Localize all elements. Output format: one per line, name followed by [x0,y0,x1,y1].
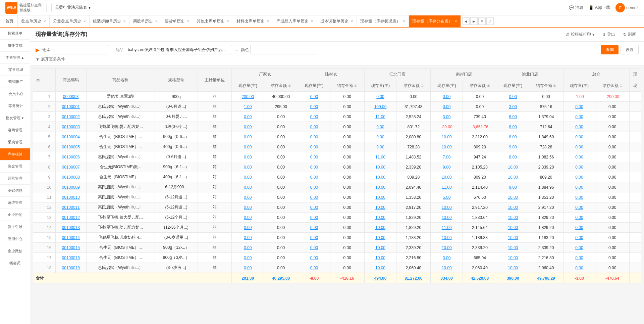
close-icon[interactable]: ✕ [187,19,190,23]
table-cell[interactable]: 00100010 [55,192,86,202]
table-cell[interactable]: 0.00 [232,202,264,213]
table-cell[interactable]: 00100012 [55,213,86,223]
table-cell[interactable]: 10.00 [497,263,529,273]
info-icon[interactable]: ① [620,84,623,88]
sidebar-item-member-plus[interactable]: 畅会员 [0,257,30,269]
table-cell[interactable]: 0.00 [298,162,330,172]
table-cell[interactable]: 10.00 [364,223,396,233]
table-cell[interactable]: 3.00 [431,253,463,263]
table-cell[interactable]: 00100008 [55,172,86,182]
refresh-btn[interactable]: ↻ 刷新 [621,30,639,39]
table-cell[interactable]: 11.00 [431,223,463,233]
table-cell[interactable]: 10.00 [364,243,396,253]
table-cell[interactable]: 0.00 [298,253,330,263]
table-cell[interactable]: 10.00 [364,213,396,223]
tab-7[interactable]: 材料出库单历史 ✕ [233,15,273,27]
table-cell[interactable]: 3.00 [497,102,529,112]
table-cell[interactable]: 10.00 [497,243,529,253]
close-icon[interactable]: ✕ [155,19,158,23]
store-selector[interactable]: 母婴行业演示陈套 ▾ [51,3,94,12]
table-cell[interactable]: 10.00 [364,253,396,263]
tab-9[interactable]: 成本调整单历史 ✕ [317,15,357,27]
table-cell[interactable]: 0.00 [298,142,330,152]
close-icon[interactable]: ✕ [83,19,86,23]
table-cell[interactable]: 0.00 [232,253,264,263]
table-cell[interactable]: 00100018 [55,263,86,273]
table-cell[interactable]: 0.00 [298,172,330,182]
close-icon[interactable]: ✕ [267,19,269,23]
th-settings[interactable]: ⚙ [33,69,43,92]
close-icon[interactable]: ✕ [123,19,126,23]
table-cell[interactable]: 0.00 [232,112,264,122]
table-cell[interactable]: 8.00 [497,122,529,132]
table-cell[interactable]: 0.00 [431,102,463,112]
table-cell[interactable]: 00100011 [55,202,86,213]
sidebar-item-wechat[interactable]: 企业微信 [0,245,30,257]
table-cell[interactable]: 10.00 [364,192,396,202]
sidebar-item-search[interactable]: 搜索菜单 [0,28,30,40]
table-cell[interactable]: 10.00 [431,263,463,273]
table-cell[interactable]: 00100001 [55,102,86,112]
export-btn[interactable]: ⬇ 导出 [600,30,618,39]
table-cell[interactable]: 0.00 [232,213,264,223]
table-cell[interactable]: 0.00 [232,162,264,172]
table-cell[interactable]: 0.00 [232,233,264,243]
nav-next-btn[interactable]: ▶ [470,17,478,25]
table-cell[interactable]: 10.00 [431,213,463,223]
table-cell[interactable]: 0.00 [298,182,330,192]
table-cell[interactable]: 8.00 [497,152,529,162]
tab-10[interactable]: 现存量（库存状况表） ✕ [357,15,409,27]
table-cell[interactable]: 10.00 [364,182,396,192]
info-icon[interactable]: ① [354,84,357,88]
sidebar-item-retail-mall[interactable]: 零售商城 [0,64,30,76]
info-icon[interactable]: ① [288,84,291,88]
table-cell[interactable]: 00100013 [55,223,86,233]
info-icon[interactable]: ① [487,84,490,88]
table-cell[interactable]: 0.00 [232,132,264,142]
table-cell[interactable]: 11.00 [431,182,463,192]
print-btn[interactable]: 🖨 按模板打印 ▾ [563,30,597,39]
table-cell[interactable]: 10.00 [497,192,529,202]
table-cell[interactable]: -39.00 [431,122,463,132]
table-cell[interactable]: 00100002 [55,112,86,122]
sidebar-item-marketing[interactable]: 营销推广 [0,76,30,88]
nav-prev-btn[interactable]: ◀ [462,17,470,25]
table-cell[interactable]: 1.00 [232,102,264,112]
user-profile[interactable]: E demo2 [615,3,639,12]
table-cell[interactable]: 11.00 [364,112,396,122]
sidebar-item-finance[interactable]: 资金管理 [0,160,30,173]
table-cell[interactable]: 0.00 [298,223,330,233]
tab-3[interactable]: 组装拆卸单历史 ✕ [90,15,129,27]
sidebar-item-purchase[interactable]: 采购管理 [0,136,30,148]
sidebar-item-retail[interactable]: 零售管理 ▲ [0,52,30,64]
sidebar-item-guide[interactable]: 新手引导 [0,221,30,233]
close-icon[interactable]: ✕ [311,19,313,23]
table-cell[interactable]: 0.00 [232,182,264,192]
filter-toggle-btn[interactable]: ▶ [36,47,40,53]
table-cell[interactable]: 109.00 [364,102,396,112]
table-cell[interactable]: 10.00 [431,172,463,182]
table-cell[interactable]: 0.00 [298,233,330,243]
table-cell[interactable]: 00100004 [55,132,86,142]
sidebar-item-base-info[interactable]: 基础信息 [0,185,30,197]
table-cell[interactable]: 00100016 [55,253,86,263]
sidebar-item-quicknav[interactable]: 快捷导航 [0,40,30,52]
table-cell[interactable]: 10.00 [497,223,529,233]
nav-close-btn[interactable]: ✕ [478,17,486,25]
table-cell[interactable]: 10.00 [497,213,529,223]
sidebar-item-enterprise[interactable]: 企业协同 [0,209,30,221]
table-cell[interactable]: 10.00 [497,253,529,263]
sidebar-item-retail-stats[interactable]: 零售统计 [0,100,30,112]
table-cell[interactable]: 00100005 [55,142,86,152]
table-cell[interactable]: 0.00 [298,243,330,253]
table-cell[interactable]: 0.00 [232,223,264,233]
close-icon[interactable]: ✕ [351,19,353,23]
table-cell[interactable]: 10.00 [364,162,396,172]
sidebar-item-operations[interactable]: 经营管理 [0,173,30,185]
close-icon[interactable]: ✕ [43,19,46,23]
table-cell[interactable]: 00100007 [55,162,86,172]
table-cell[interactable]: 10.00 [364,202,396,213]
table-cell[interactable]: 9.00 [364,142,396,152]
messages-btn[interactable]: 💬 消息 [569,5,583,10]
table-cell[interactable]: 0.00 [232,152,264,162]
